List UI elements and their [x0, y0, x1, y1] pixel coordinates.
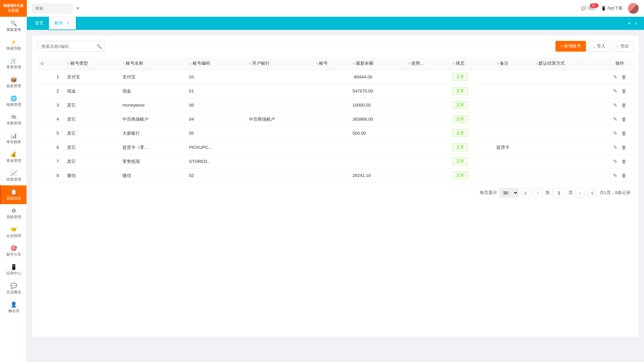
col-status[interactable]: ⇅状态: [450, 57, 494, 70]
delete-button-2[interactable]: 🗑: [620, 102, 628, 109]
ecommerce-mgmt-label: 电商管理: [2, 102, 25, 107]
maximize-window-button[interactable]: ⤢: [633, 21, 639, 26]
close-window-button[interactable]: ✕: [627, 21, 632, 26]
row-checkbox-2[interactable]: [38, 98, 51, 112]
sidebar-item-search-menu[interactable]: 🔍搜索菜单: [0, 17, 26, 36]
phone-icon: 📱: [601, 6, 606, 11]
header-left: ▾: [32, 4, 79, 13]
row-no-1: 2: [51, 84, 64, 98]
edit-button-4[interactable]: ✎: [612, 130, 619, 137]
content-area: 🔍 + 新增账号 ↓ 导入 ↑ 导出: [27, 30, 644, 362]
row-usage-0: [405, 70, 450, 84]
row-checkbox-6[interactable]: [38, 155, 51, 169]
row-bank-5: [246, 140, 313, 155]
col-usage[interactable]: ⇅使用...: [405, 57, 450, 70]
row-no-4: 5: [51, 126, 64, 140]
edit-button-3[interactable]: ✎: [612, 116, 619, 123]
message-button[interactable]: 💬 消息 99+: [581, 5, 596, 11]
search-icon[interactable]: 🔍: [97, 44, 102, 49]
row-usage-4: [405, 126, 450, 140]
row-type-0: 支付宝: [64, 70, 120, 84]
sidebar-item-operation-mgmt[interactable]: 📈经营管理: [0, 167, 26, 185]
col-notes[interactable]: ⇅备注: [494, 57, 533, 70]
edit-button-0[interactable]: ✎: [612, 73, 619, 81]
col-latest-balance[interactable]: ⇅最新余额: [350, 57, 405, 70]
operation-mgmt-label: 经营管理: [2, 177, 25, 182]
edit-button-6[interactable]: ✎: [612, 158, 619, 165]
row-checkbox-1[interactable]: [38, 84, 51, 98]
app-download-button[interactable]: 📱 App下载: [601, 5, 623, 11]
row-actions-3: ✎ 🗑: [606, 112, 633, 126]
first-page-button[interactable]: |‹: [521, 188, 531, 197]
row-balance-5: [350, 140, 405, 155]
row-balance-2: 10000.00: [350, 98, 405, 112]
member-icon: 👤: [2, 301, 25, 308]
sidebar-item-purchase-mgmt[interactable]: 🛍采购管理: [0, 111, 26, 129]
row-status-6: 正常: [450, 155, 494, 169]
avatar[interactable]: [628, 3, 639, 14]
sidebar-item-corp-agreement[interactable]: 🤝企业协同: [0, 223, 26, 242]
col-settings[interactable]: ⚙: [38, 57, 51, 70]
edit-button-5[interactable]: ✎: [612, 144, 619, 151]
page-card: 🔍 + 新增账号 ↓ 导入 ↑ 导出: [32, 36, 639, 337]
tab-accounts[interactable]: 账号×: [49, 17, 76, 30]
delete-button-1[interactable]: 🗑: [620, 87, 628, 95]
sidebar-item-new-guide[interactable]: 🎯新手引导: [0, 242, 26, 260]
export-button[interactable]: ↑ 导出: [612, 41, 634, 52]
col-default-settlement[interactable]: ⇅默认结算方式: [533, 57, 606, 70]
add-account-button[interactable]: + 新增账号: [555, 41, 586, 52]
page-size-select[interactable]: 50 10 20 100: [500, 188, 519, 197]
header-dropdown-icon[interactable]: ▾: [76, 5, 79, 11]
sidebar-item-corp-wechat[interactable]: 💬企业微信: [0, 279, 26, 298]
wholesale-mgmt-icon: 📦: [2, 76, 25, 83]
tab-close-accounts[interactable]: ×: [65, 20, 70, 26]
row-account-no-6: [313, 155, 350, 169]
row-status-2: 正常: [450, 98, 494, 112]
row-checkbox-0[interactable]: [38, 70, 51, 84]
delete-button-5[interactable]: 🗑: [620, 144, 628, 151]
search-input[interactable]: [38, 41, 105, 52]
sidebar-item-capital-mgmt[interactable]: 💰资金管理: [0, 148, 26, 167]
sidebar-item-member[interactable]: 👤畅会员: [0, 298, 26, 317]
page-input[interactable]: [552, 188, 566, 197]
last-page-button[interactable]: ›|: [588, 188, 597, 197]
col-account-type[interactable]: ⇅账号类型: [64, 57, 120, 70]
prev-page-button[interactable]: ‹: [533, 188, 543, 197]
delete-button-3[interactable]: 🗑: [620, 116, 628, 123]
sidebar-item-wholesale-mgmt[interactable]: 📦批发管理: [0, 73, 26, 92]
edit-button-2[interactable]: ✎: [612, 102, 619, 109]
logo-version: 乐意版: [3, 8, 23, 13]
top-search-input[interactable]: [32, 4, 72, 13]
system-mgmt-icon: ⚙: [2, 207, 25, 214]
sidebar-item-ecommerce-mgmt[interactable]: 🌐电商管理: [0, 92, 26, 111]
delete-button-6[interactable]: 🗑: [620, 158, 628, 165]
col-account-code[interactable]: ⇅账号编码: [186, 57, 247, 70]
retail-mgmt-label: 零售管理: [2, 65, 25, 70]
table-row: 4 其它 中百商场账户 04 中百商场账户 383866.00 正常 ✎ 🗑: [38, 112, 633, 126]
row-checkbox-5[interactable]: [38, 140, 51, 155]
sidebar-item-quick-nav[interactable]: ⚡快捷导航: [0, 36, 26, 54]
edit-button-7[interactable]: ✎: [612, 172, 619, 179]
delete-button-4[interactable]: 🗑: [620, 130, 628, 137]
row-name-0: 支付宝: [120, 70, 186, 84]
sidebar-item-retail-mgmt[interactable]: 🛒零售管理: [0, 54, 26, 73]
sidebar-item-system-mgmt[interactable]: ⚙系统管理: [0, 204, 26, 223]
sidebar-item-basic-info[interactable]: 📋基础信息: [0, 185, 26, 204]
delete-button-0[interactable]: 🗑: [620, 73, 628, 80]
import-button[interactable]: ↓ 导入: [589, 41, 610, 52]
edit-button-1[interactable]: ✎: [612, 87, 619, 95]
col-account-name[interactable]: ⇅账号名称: [120, 57, 186, 70]
row-checkbox-7[interactable]: [38, 169, 51, 183]
next-page-button[interactable]: ›: [576, 188, 585, 197]
sidebar-item-app-center[interactable]: 📱应用中心: [0, 260, 26, 279]
row-usage-1: [405, 84, 450, 98]
sidebar-item-inventory[interactable]: 📊库存核算: [0, 129, 26, 148]
row-checkbox-4[interactable]: [38, 126, 51, 140]
purchase-mgmt-icon: 🛍: [2, 114, 25, 120]
col-account-no[interactable]: ⇅账号: [313, 57, 350, 70]
row-no-6: 7: [51, 155, 64, 169]
tab-home[interactable]: 首页: [30, 17, 49, 30]
row-checkbox-3[interactable]: [38, 112, 51, 126]
col-open-bank[interactable]: ⇅开户银行: [246, 57, 313, 70]
delete-button-7[interactable]: 🗑: [620, 172, 628, 179]
